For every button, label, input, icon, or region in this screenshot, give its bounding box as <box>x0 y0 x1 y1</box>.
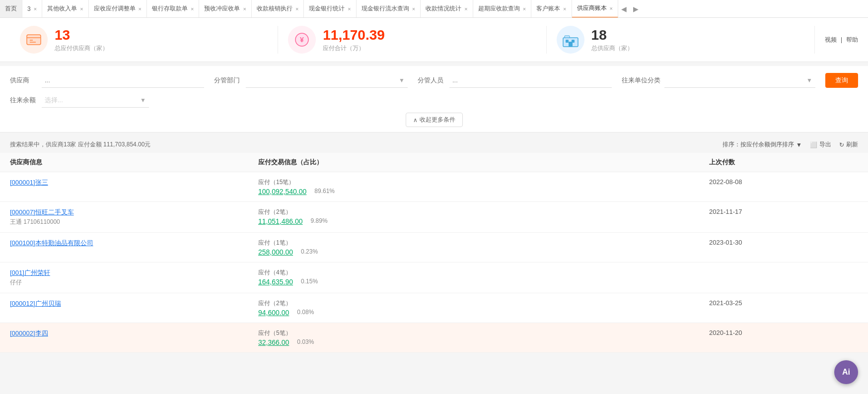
nav-tab-overdue-query-close[interactable]: × <box>523 6 526 12</box>
collapse-button[interactable]: ∧ 收起更多条件 <box>406 113 463 127</box>
result-summary-text: 搜索结果中，供应商13家 应付金额 111,703,854.00元 <box>10 140 150 149</box>
nav-tab-cash-flow[interactable]: 现金银行流水查询 × <box>357 0 421 18</box>
table-row: [000100]本特勤油品有限公司 应付（1笔） 258,000.00 0.23… <box>0 233 868 263</box>
nav-right-arrow[interactable]: ▶ <box>630 0 642 18</box>
payable-suppliers-icon <box>20 26 48 54</box>
nav-tab-prepay-offset[interactable]: 预收冲应收单 × <box>199 0 251 18</box>
export-button[interactable]: ⬜ 导出 <box>810 140 831 149</box>
nav-tab-other-income-close[interactable]: × <box>80 6 83 12</box>
tx-pct-2: 9.89% <box>311 217 328 224</box>
link-separator: | <box>841 36 842 43</box>
category-filter-select[interactable]: ▼ <box>664 73 816 88</box>
nav-left-arrow[interactable]: ◀ <box>618 0 630 18</box>
nav-tab-customer-ledger[interactable]: 客户账本 × <box>531 0 572 18</box>
tx-label-5: 应付（2笔） <box>258 299 709 308</box>
balance-filter-select[interactable]: 选择... ▼ <box>42 93 149 108</box>
nav-tab-receipt-verify-close[interactable]: × <box>295 6 298 12</box>
nav-tab-other-income[interactable]: 其他收入单 × <box>42 0 88 18</box>
dept-filter-label: 分管部门 <box>214 76 242 85</box>
nav-tab-supplier-ledger-close[interactable]: × <box>610 5 613 11</box>
tx-row-4: 164,635.90 0.15% <box>258 277 709 286</box>
help-link[interactable]: 帮助 <box>846 36 858 44</box>
tx-amount-4[interactable]: 164,635.90 <box>258 278 293 286</box>
tx-amount-3[interactable]: 258,000.00 <box>258 248 293 256</box>
supplier-link-6[interactable]: [000002]李四 <box>10 329 48 337</box>
tx-label-4: 应付（4笔） <box>258 268 709 277</box>
nav-tab-receipt-verify[interactable]: 收款核销执行 × <box>252 0 304 18</box>
dept-filter-select[interactable]: ▼ <box>246 73 408 88</box>
nav-tab-cash-flow-close[interactable]: × <box>412 6 415 12</box>
nav-tab-ar-ap-adjust[interactable]: 应收应付调整单 × <box>89 0 147 18</box>
supplier-info-4: [001]广州荣轩 仔仔 <box>10 268 258 287</box>
nav-tab-receipt-stat-close[interactable]: × <box>464 6 467 12</box>
supplier-link-3[interactable]: [000100]本特勤油品有限公司 <box>10 239 93 247</box>
nav-tab-prepay-offset-close[interactable]: × <box>243 6 246 12</box>
tx-amount-6[interactable]: 32,366.00 <box>258 338 289 346</box>
filter-balance: 往来余额 选择... ▼ <box>10 93 149 108</box>
payable-suppliers-info: 13 总应付供应商（家） <box>55 27 108 53</box>
filter-row-1: 供应商 分管部门 ▼ 分管人员 往来单位分类 ▼ 查询 <box>10 73 858 88</box>
person-filter-label: 分管人员 <box>418 76 445 85</box>
nav-tab-bank-deposit-close[interactable]: × <box>191 6 194 12</box>
supplier-link-1[interactable]: [000001]张三 <box>10 179 48 186</box>
nav-tab-cash-flow-label: 现金银行流水查询 <box>362 4 409 13</box>
nav-tab-home-label: 首页 <box>5 4 17 13</box>
supplier-info-5: [000012]广州贝瑞 <box>10 299 258 308</box>
payable-total-info: 11,170.39 应付合计（万） <box>323 27 385 53</box>
nav-tab-bank-deposit[interactable]: 银行存取款单 × <box>147 0 199 18</box>
nav-tab-prepay-offset-label: 预收冲应收单 <box>204 4 240 13</box>
balance-chevron-icon: ▼ <box>140 97 146 104</box>
svg-rect-7 <box>565 36 570 38</box>
supplier-info-1: [000001]张三 <box>10 178 258 187</box>
nav-tab-home[interactable]: 首页 <box>0 0 22 18</box>
nav-tab-customer-ledger-close[interactable]: × <box>563 6 566 12</box>
supplier-link-2[interactable]: [000007]恒旺二手叉车 <box>10 208 74 216</box>
nav-tab-supplier-ledger[interactable]: 供应商账本 × <box>572 0 618 18</box>
tx-info-6: 应付（5笔） 32,366.00 0.03% <box>258 329 709 346</box>
total-suppliers-label: 总供应商（家） <box>591 44 633 53</box>
tx-amount-1[interactable]: 100,092,540.00 <box>258 188 306 196</box>
supplier-table: 供应商信息 应付交易信息（占比） 上次付数 [000001]张三 应付（15笔）… <box>0 153 868 353</box>
payable-suppliers-count: 13 <box>55 27 108 44</box>
filter-category: 往来单位分类 ▼ <box>622 73 816 88</box>
tx-amount-5[interactable]: 94,600.00 <box>258 309 289 317</box>
nav-tab-cash-bank-stat-close[interactable]: × <box>348 6 351 12</box>
nav-tab-3[interactable]: 3 × <box>22 0 42 18</box>
total-suppliers-icon <box>557 26 584 54</box>
person-filter-input[interactable] <box>449 73 612 88</box>
nav-tab-overdue-query[interactable]: 超期应收款查询 × <box>473 0 531 18</box>
tx-pct-1: 89.61% <box>314 188 335 195</box>
last-pay-3: 2023-01-30 <box>709 239 858 246</box>
nav-tab-cash-bank-stat[interactable]: 现金银行统计 × <box>304 0 356 18</box>
query-button[interactable]: 查询 <box>825 73 858 88</box>
sort-dropdown[interactable]: 排序：按应付余额倒序排序 ▼ <box>723 140 802 149</box>
last-pay-6: 2020-11-20 <box>709 329 858 336</box>
payable-total-label: 应付合计（万） <box>323 44 385 53</box>
supplier-info-6: [000002]李四 <box>10 329 258 338</box>
nav-tab-3-close[interactable]: × <box>34 6 37 12</box>
tx-info-2: 应付（2笔） 11,051,486.00 9.89% <box>258 208 709 225</box>
refresh-button[interactable]: ↻ 刷新 <box>839 140 858 149</box>
svg-rect-0 <box>27 35 41 45</box>
tx-amount-2[interactable]: 11,051,486.00 <box>258 217 303 225</box>
tx-row-2: 11,051,486.00 9.89% <box>258 216 709 225</box>
supplier-link-5[interactable]: [000012]广州贝瑞 <box>10 300 61 307</box>
tx-label-2: 应付（2笔） <box>258 208 709 216</box>
table-row: [000012]广州贝瑞 应付（2笔） 94,600.00 0.08% 2021… <box>0 293 868 323</box>
collapse-btn-label: 收起更多条件 <box>420 116 455 124</box>
summary-bar: 13 总应付供应商（家） ¥ 11,170.39 应付合计（万） <box>0 18 868 62</box>
export-label: 导出 <box>819 140 831 149</box>
nav-tab-ar-ap-adjust-close[interactable]: × <box>139 6 142 12</box>
col-header-last-pay: 上次付数 <box>709 158 858 167</box>
payable-suppliers-label: 总应付供应商（家） <box>55 44 108 53</box>
total-suppliers-count: 18 <box>591 27 633 44</box>
result-actions: 排序：按应付余额倒序排序 ▼ ⬜ 导出 ↻ 刷新 <box>723 140 858 149</box>
supplier-filter-input[interactable] <box>42 73 204 88</box>
video-link[interactable]: 视频 <box>825 36 837 44</box>
last-pay-2: 2021-11-17 <box>709 208 858 215</box>
supplier-link-4[interactable]: [001]广州荣轩 <box>10 269 50 276</box>
summary-card-total-suppliers: 18 总供应商（家） <box>547 26 815 54</box>
nav-tab-receipt-stat[interactable]: 收款情况统计 × <box>421 0 473 18</box>
tx-row-5: 94,600.00 0.08% <box>258 308 709 317</box>
col-header-tx: 应付交易信息（占比） <box>258 158 709 167</box>
